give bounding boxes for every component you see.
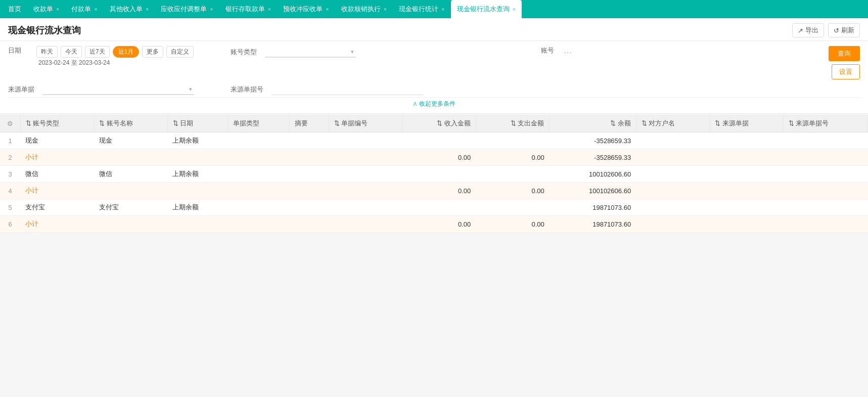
row-index: 4 <box>0 183 20 199</box>
row-source-doc-no <box>783 166 867 183</box>
row-account-type: 小计 <box>20 183 94 199</box>
row-balance: -3528659.33 <box>550 149 636 166</box>
col-source-doc[interactable]: ⇅ 来源单据 <box>710 115 784 133</box>
date-btn-yesterday[interactable]: 昨天 <box>36 46 58 58</box>
row-source-doc <box>710 166 784 183</box>
nav-cash-bank-flow[interactable]: 现金银行流水查询 × <box>451 0 522 18</box>
row-account-name <box>94 183 168 199</box>
row-account-name: 现金 <box>94 133 168 149</box>
row-doc-no <box>329 216 402 233</box>
row-source-doc <box>710 133 784 149</box>
row-index: 6 <box>0 216 20 233</box>
row-counterpart <box>636 199 710 216</box>
row-balance: 19871073.60 <box>550 216 636 233</box>
row-account-type: 小计 <box>20 149 94 166</box>
col-gear[interactable]: ⚙ <box>0 115 20 133</box>
row-account-name <box>94 149 168 166</box>
table-row: 5 支付宝 支付宝 上期余额 19871073.60 <box>0 199 868 216</box>
nav-prepaid-close[interactable]: × <box>326 0 329 18</box>
col-account-name[interactable]: ⇅ 账号名称 <box>94 115 168 133</box>
table-row: 3 微信 微信 上期余额 100102606.60 <box>0 166 868 183</box>
nav-prepaid[interactable]: 预收冲应收单 × <box>277 0 335 18</box>
nav-payment-close[interactable]: × <box>94 0 97 18</box>
col-date[interactable]: ⇅ 日期 <box>167 115 228 133</box>
row-expense <box>476 133 550 149</box>
nav-other-income-close[interactable]: × <box>146 0 149 18</box>
row-counterpart <box>636 216 710 233</box>
nav-home[interactable]: 首页 <box>2 0 27 18</box>
gear-icon[interactable]: ⚙ <box>7 120 13 127</box>
row-source-doc <box>710 216 784 233</box>
table-row: 6 小计 0.00 0.00 19871073.60 <box>0 216 868 233</box>
col-account-type[interactable]: ⇅ 账号类型 <box>20 115 94 133</box>
col-balance[interactable]: ⇅ 余额 <box>550 115 636 133</box>
nav-receipt-close[interactable]: × <box>56 0 59 18</box>
nav-receipt[interactable]: 收款单 × <box>27 0 65 18</box>
nav-cash-bank-stat-close[interactable]: × <box>441 0 444 18</box>
row-source-doc-no <box>783 216 867 233</box>
row-summary <box>289 149 329 166</box>
nav-other-income[interactable]: 其他收入单 × <box>104 0 155 18</box>
date-btn-7days[interactable]: 近7天 <box>85 46 110 58</box>
row-doc-no <box>329 183 402 199</box>
row-index: 2 <box>0 149 20 166</box>
table-row: 4 小计 0.00 0.00 100102606.60 <box>0 183 868 199</box>
source-doc-no-input[interactable] <box>271 84 423 95</box>
nav-bank-deposit[interactable]: 银行存取款单 × <box>219 0 277 18</box>
row-index: 5 <box>0 199 20 216</box>
row-summary <box>289 216 329 233</box>
row-source-doc-no <box>783 183 867 199</box>
account-no-dots[interactable]: ... <box>562 46 574 55</box>
col-doc-no[interactable]: ⇅ 单据编号 <box>329 115 402 133</box>
row-account-name <box>94 216 168 233</box>
row-account-name: 支付宝 <box>94 199 168 216</box>
nav-cash-bank-flow-close[interactable]: × <box>513 0 516 18</box>
nav-collection-close[interactable]: × <box>384 0 387 18</box>
col-counterpart[interactable]: ⇅ 对方户名 <box>636 115 710 133</box>
row-expense <box>476 166 550 183</box>
table-row: 1 现金 现金 上期余额 -3528659.33 <box>0 133 868 149</box>
nav-payment[interactable]: 付款单 × <box>65 0 103 18</box>
row-date: 上期余额 <box>167 133 228 149</box>
date-btn-1month[interactable]: 近1月 <box>113 46 140 58</box>
date-btn-custom[interactable]: 自定义 <box>166 46 194 58</box>
col-income[interactable]: ⇅ 收入金额 <box>402 115 476 133</box>
row-doc-type <box>228 166 289 183</box>
nav-collection[interactable]: 收款核销执行 × <box>335 0 393 18</box>
nav-cash-bank-stat[interactable]: 现金银行统计 × <box>393 0 450 18</box>
col-source-doc-no[interactable]: ⇅ 来源单据号 <box>783 115 867 133</box>
table-row: 2 小计 0.00 0.00 -3528659.33 <box>0 149 868 166</box>
row-income: 0.00 <box>402 149 476 166</box>
data-table: ⚙ ⇅ 账号类型 ⇅ 账号名称 ⇅ 日期 单据类型 摘要 ⇅ 单据编号 ⇅ 收入… <box>0 115 868 233</box>
settings-button[interactable]: 设置 <box>832 64 860 79</box>
nav-adjustment-close[interactable]: × <box>210 0 213 18</box>
date-btn-today[interactable]: 今天 <box>61 46 82 58</box>
account-no-label: 账号 <box>541 46 554 55</box>
date-label: 日期 <box>8 46 28 55</box>
row-source-doc <box>710 183 784 199</box>
page-header: 现金银行流水查询 ↗ 导出 ↺ 刷新 <box>0 18 868 41</box>
row-expense: 0.00 <box>476 183 550 199</box>
row-index: 1 <box>0 133 20 149</box>
row-income: 0.00 <box>402 216 476 233</box>
collapse-bar[interactable]: ∧ 收起更多条件 <box>8 97 860 110</box>
row-doc-type <box>228 216 289 233</box>
refresh-button[interactable]: ↺ 刷新 <box>828 23 860 37</box>
query-button[interactable]: 查询 <box>829 46 860 61</box>
row-expense: 0.00 <box>476 149 550 166</box>
col-expense[interactable]: ⇅ 支出金额 <box>476 115 550 133</box>
row-income <box>402 133 476 149</box>
date-btn-more[interactable]: 更多 <box>142 46 163 58</box>
row-source-doc-no <box>783 149 867 166</box>
row-date: 上期余额 <box>167 166 228 183</box>
source-doc-no-label: 来源单据号 <box>231 85 263 94</box>
table-header-row: ⚙ ⇅ 账号类型 ⇅ 账号名称 ⇅ 日期 单据类型 摘要 ⇅ 单据编号 ⇅ 收入… <box>0 115 868 133</box>
nav-bank-deposit-close[interactable]: × <box>268 0 271 18</box>
source-doc-select[interactable] <box>42 83 194 95</box>
row-doc-type <box>228 183 289 199</box>
account-type-select[interactable] <box>265 46 356 57</box>
nav-adjustment[interactable]: 应收应付调整单 × <box>155 0 219 18</box>
export-button[interactable]: ↗ 导出 <box>792 23 824 37</box>
page-title: 现金银行流水查询 <box>8 24 81 36</box>
row-summary <box>289 133 329 149</box>
